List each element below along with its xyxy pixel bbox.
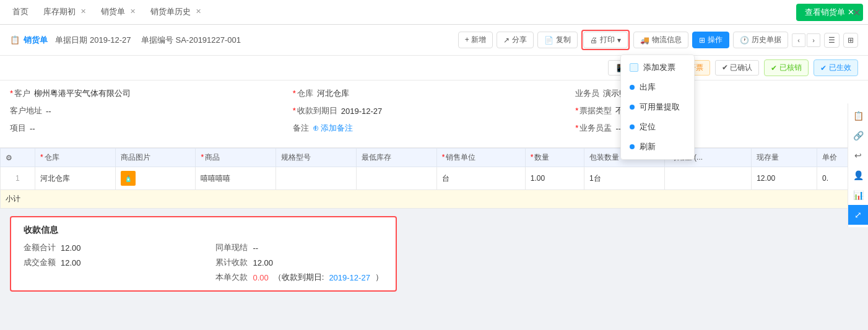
locate-icon [630, 124, 635, 129]
outbound-icon [630, 85, 635, 90]
product-thumbnail: 🧴 [121, 171, 136, 186]
row-stock: 12.00 [752, 167, 817, 190]
operate-dropdown: 添加发票 出库 可用量提取 定位 刷新 [620, 54, 695, 160]
dropdown-add-invoice[interactable]: 添加发票 [621, 58, 694, 77]
same-order-row: 同单现结 -- [215, 242, 383, 253]
project-label: 项目 [10, 123, 26, 134]
right-icon-user[interactable]: 👤 [848, 165, 868, 185]
logistics-button[interactable]: 🚚 物流信息 [633, 32, 688, 48]
print-label: 打印 [600, 35, 615, 45]
cumulative-label: 累计收款 [215, 257, 248, 268]
summary-box: 收款信息 金额合计 12.00 同单现结 -- 成交金额 12.00 累计收款 … [10, 216, 397, 292]
copy-button[interactable]: 📄 复制 [537, 32, 578, 48]
tab-sales-history[interactable]: 销货单历史 ✕ [143, 0, 209, 25]
print-dropdown-arrow[interactable]: ▾ [617, 36, 621, 45]
ticket-label: 票据类型 [575, 105, 612, 116]
total-amount-row: 金额合计 12.00 [24, 242, 191, 253]
print-button[interactable]: 🖨 打印 ▾ [583, 32, 628, 48]
current-owe-value: 0.00 [253, 273, 268, 282]
current-owe-row: 本单欠款 0.00 （收款到期日: 2019-12-27 ） [215, 272, 383, 283]
deal-value: 12.00 [61, 258, 81, 267]
row-min-stock [356, 167, 436, 190]
row-index: 1 [1, 167, 35, 190]
tab-inventory-close[interactable]: ✕ [80, 7, 86, 15]
doc-meta: 单据日期 2019-12-27 单据编号 SA-20191227-001 [55, 35, 241, 46]
note-add-link[interactable]: ⊕ 添加备注 [313, 123, 354, 134]
row-qty: 1.00 [525, 167, 584, 190]
same-order-label: 同单现结 [215, 242, 248, 253]
operate-button[interactable]: ⊞ 操作 [692, 32, 729, 48]
layout-list-button[interactable]: ☰ [824, 33, 840, 48]
tab-sales-close[interactable]: ✕ [130, 7, 136, 15]
effective-badge[interactable]: ✔ 已生效 [814, 59, 858, 76]
note-plus-icon: ⊕ [313, 123, 319, 132]
share-icon: ↗ [503, 36, 510, 45]
total-value: 12.00 [61, 243, 81, 253]
history-button[interactable]: 🕐 历史单据 [733, 32, 788, 48]
right-icon-undo[interactable]: ↩ [848, 145, 868, 165]
bottom-area: 收款信息 金额合计 12.00 同单现结 -- 成交金额 12.00 累计收款 … [0, 209, 868, 299]
due-date-label: 收款到期日 [293, 105, 337, 116]
operate-grid-icon: ⊞ [699, 36, 705, 45]
row-unit: 台 [436, 167, 525, 190]
secondary-toolbar: 📱 来自手机 ● 未开票 ✔ 已确认 ✔ 已核销 ✔ 已生效 [0, 56, 868, 80]
right-icon-link[interactable]: 🔗 [848, 126, 868, 145]
employee-label: 业务员 [575, 88, 599, 99]
table-header-row: ⚙ 仓库 商品图片 商品 规格型号 最低库存 销售单位 数量 包装数量 可用量 … [1, 149, 868, 167]
row-pack-qty: 1台 [584, 167, 664, 190]
doc-toolbar: + 新增 ↗ 分享 📄 复制 🖨 打印 ▾ 🚚 物流信息 [458, 30, 858, 50]
doc-type-title: 📋 销货单 [10, 35, 48, 46]
effective-check-icon: ✔ [820, 64, 827, 72]
outbound-label: 出库 [640, 82, 656, 93]
nav-prev-button[interactable]: ‹ [792, 33, 805, 47]
dropdown-refresh[interactable]: 刷新 [621, 137, 694, 157]
available-qty-icon [630, 105, 635, 110]
col-warehouse: 仓库 [35, 149, 115, 167]
dropdown-locate[interactable]: 定位 [621, 117, 694, 137]
due-note-part1: （收款到期日: [274, 272, 324, 283]
window-close-icon[interactable]: ✕ [853, 6, 861, 18]
col-settings[interactable]: ⚙ [1, 149, 35, 167]
available-qty-label: 可用量提取 [640, 102, 680, 113]
dropdown-available-qty[interactable]: 可用量提取 [621, 97, 694, 117]
form-area: 客户 柳州粤港平安气体有限公司 仓库 河北仓库 业务员 演示账号 客户地址 --… [0, 80, 868, 148]
tab-home[interactable]: 首页 [5, 0, 36, 25]
tab-sales-order[interactable]: 销货单 ✕ [93, 0, 143, 25]
doc-number-label: 单据编号 [141, 35, 173, 46]
history-icon: 🕐 [740, 36, 749, 45]
form-row-1: 客户 柳州粤港平安气体有限公司 仓库 河北仓库 业务员 演示账号 [10, 88, 858, 99]
add-invoice-icon [630, 63, 638, 72]
right-icon-chart[interactable]: 📊 [848, 185, 868, 205]
same-order-value: -- [253, 243, 258, 253]
warehouse-value: 河北仓库 [317, 88, 349, 99]
due-note-part2: ） [375, 272, 383, 283]
tab-bar: 首页 库存期初 ✕ 销货单 ✕ 销货单历史 ✕ 查看销货单 ✕ ✕ [0, 0, 868, 25]
refresh-icon [630, 144, 635, 149]
col-spec: 规格型号 [276, 149, 357, 167]
dropdown-outbound[interactable]: 出库 [621, 77, 694, 97]
note-field: 备注 ⊕ 添加备注 [293, 123, 576, 134]
warehouse-field: 仓库 河北仓库 [293, 88, 576, 99]
view-sales-label: 查看销货单 [805, 7, 845, 18]
right-icon-clipboard[interactable]: 📋 [848, 106, 868, 126]
right-icon-expand[interactable]: ⤢ [848, 205, 868, 225]
product-table-wrap: ⚙ 仓库 商品图片 商品 规格型号 最低库存 销售单位 数量 包装数量 可用量 … [0, 148, 868, 209]
voided-badge[interactable]: ✔ 已核销 [764, 59, 809, 76]
share-button[interactable]: ↗ 分享 [497, 32, 534, 48]
layout-grid-button[interactable]: ⊞ [843, 33, 858, 48]
check-icon: ✔ [771, 64, 777, 72]
doc-number-field: 单据编号 SA-20191227-001 [141, 35, 241, 46]
history-label: 历史单据 [752, 35, 781, 45]
confirm-button[interactable]: ✔ 已确认 [715, 60, 759, 76]
nav-next-button[interactable]: › [807, 33, 820, 47]
employee2-label: 业务员盂 [575, 123, 612, 134]
new-button[interactable]: + 新增 [458, 32, 493, 48]
customer-field: 客户 柳州粤港平安气体有限公司 [10, 88, 293, 99]
tab-inventory-init[interactable]: 库存期初 ✕ [36, 0, 93, 25]
tab-history-close[interactable]: ✕ [196, 7, 201, 15]
deal-amount-row: 成交金额 12.00 [24, 257, 191, 268]
tab-home-label: 首页 [12, 6, 28, 17]
subtotal-label: 小计 [6, 194, 20, 203]
total-label: 金额合计 [24, 242, 56, 253]
confirm-label: ✔ 已确认 [722, 63, 752, 73]
